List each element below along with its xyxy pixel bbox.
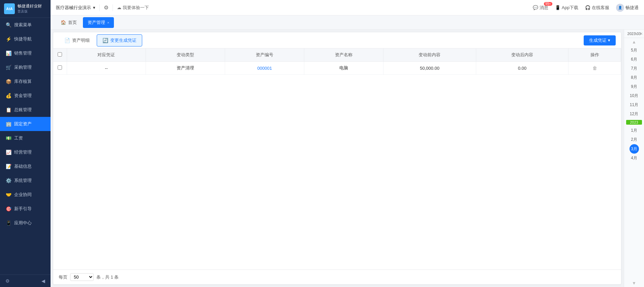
sidebar-item-label-cooperation: 企业协同 <box>14 192 32 198</box>
content: 📄 资产明细 🔄 变更生成凭证 生成凭证 ▾ <box>51 30 644 287</box>
inventory-icon: 📦 <box>5 78 11 85</box>
sidebar-item-funds[interactable]: 💰 资金管理 <box>0 89 51 103</box>
timeline-close-icon[interactable]: × <box>640 31 643 36</box>
sidebar-item-ledger[interactable]: 📋 总账管理 <box>0 103 51 117</box>
sidebar-item-app-center[interactable]: 📱 应用中心 <box>0 216 51 230</box>
timeline-month-8[interactable]: 8月 <box>624 73 644 82</box>
timeline-month-11[interactable]: 11月 <box>624 100 644 109</box>
change-voucher-icon: 🔄 <box>102 38 108 43</box>
delete-button[interactable]: 🗑 <box>592 65 597 71</box>
timeline-month-2[interactable]: 2月 <box>624 135 644 144</box>
settings-icon[interactable]: ⚙ <box>104 4 109 11</box>
timeline-month-12[interactable]: 12月 <box>624 109 644 119</box>
sidebar-item-purchase[interactable]: 🛒 采购管理 <box>0 60 51 74</box>
sidebar-item-guide[interactable]: 🎯 新手引导 <box>0 202 51 216</box>
salary-icon: 💵 <box>5 135 11 141</box>
sidebar-item-label-operations: 经营管理 <box>14 149 32 155</box>
subtab-asset-detail[interactable]: 📄 资产明细 <box>59 34 95 46</box>
timeline-scroll-up[interactable]: ▲ <box>624 38 644 46</box>
tab-home[interactable]: 🏠 首页 <box>56 17 82 28</box>
username: 畅捷通 <box>625 5 639 11</box>
timeline-month-3-current[interactable]: 3月 <box>630 144 639 154</box>
timeline-month-10[interactable]: 10月 <box>624 91 644 100</box>
timeline-month-7[interactable]: 7月 <box>624 64 644 73</box>
timeline-year-2023[interactable]: 2023 <box>626 120 642 125</box>
app-download-icon: 📱 <box>555 5 560 10</box>
app-edition: 普及版 <box>18 9 42 14</box>
subtab-change-voucher[interactable]: 🔄 变更生成凭证 <box>97 34 142 46</box>
timeline-month-6[interactable]: 6月 <box>624 55 644 64</box>
collapse-icon[interactable]: ◀ <box>41 278 45 284</box>
user-menu[interactable]: 👤 畅捷通 <box>616 4 639 12</box>
sidebar-item-label-salary: 工资 <box>14 135 23 141</box>
tabbar: 🏠 首页 资产管理 × <box>51 15 644 30</box>
select-all-header <box>53 49 67 62</box>
sidebar-item-system[interactable]: ⚙️ 系统管理 <box>0 173 51 188</box>
experience-btn[interactable]: ☁ 我要体验一下 <box>117 5 149 11</box>
cell-asset-no[interactable]: 000001 <box>225 62 304 75</box>
basic-info-icon: 📝 <box>5 163 11 169</box>
total-label: 条，共 1 条 <box>96 274 119 280</box>
cell-after: 0.00 <box>476 62 569 75</box>
timeline-month-5[interactable]: 5月 <box>624 46 644 55</box>
tab-home-label: 首页 <box>68 20 77 26</box>
app-center-icon: 📱 <box>5 220 11 226</box>
generate-voucher-label: 生成凭证 <box>589 37 607 43</box>
content-inner: 📄 资产明细 🔄 变更生成凭证 生成凭证 ▾ <box>53 32 621 284</box>
sidebar-item-label-guide: 新手引导 <box>14 206 32 212</box>
col-before: 变动前内容 <box>384 49 476 62</box>
experience-label: 我要体验一下 <box>123 5 149 11</box>
sidebar-item-label-ledger: 总账管理 <box>14 107 32 113</box>
message-icon: 💬 <box>533 5 538 10</box>
sidebar-item-label-search: 搜索菜单 <box>14 22 32 28</box>
company-selector[interactable]: 医疗器械行业演示 ▾ <box>56 5 95 11</box>
sidebar-item-label-fixed-assets: 固定资产 <box>14 121 32 127</box>
experience-icon: ☁ <box>117 5 121 10</box>
sidebar-item-sales[interactable]: 📊 销售管理 <box>0 46 51 60</box>
col-change-type: 变动类型 <box>146 49 225 62</box>
sidebar-item-basic-info[interactable]: 📝 基础信息 <box>0 159 51 173</box>
home-icon: 🏠 <box>61 20 66 25</box>
table-container: 对应凭证 变动类型 资产编号 资产名称 变动前内容 变动后内容 操作 <box>53 49 621 269</box>
cell-action: 🗑 <box>569 62 621 75</box>
timeline-month-4[interactable]: 4月 <box>624 154 644 163</box>
timeline-expand-icon[interactable]: ⤡ <box>634 31 638 36</box>
sidebar-item-label-quicknav: 快捷导航 <box>14 36 32 42</box>
settings-bottom-icon[interactable]: ⚙ <box>5 278 10 284</box>
timeline-scroll-down[interactable]: ▼ <box>624 279 644 287</box>
app-name: 畅捷通好业财 <box>18 4 42 9</box>
sidebar-item-quicknav[interactable]: ⚡ 快捷导航 <box>0 32 51 46</box>
customer-service-icon: 🎧 <box>585 5 590 10</box>
generate-voucher-button[interactable]: 生成凭证 ▾ <box>584 35 616 45</box>
cooperation-icon: 🤝 <box>5 192 11 198</box>
fixed-assets-icon: 🏢 <box>5 121 11 127</box>
row-checkbox[interactable] <box>58 65 62 70</box>
select-all-checkbox[interactable] <box>58 52 62 57</box>
tab-asset-mgmt[interactable]: 资产管理 × <box>83 17 114 28</box>
page-size-label: 每页 <box>59 274 67 280</box>
message-btn[interactable]: 💬 消息 99+ <box>533 5 548 11</box>
sidebar-item-fixed-assets[interactable]: 🏢 固定资产 <box>0 117 51 131</box>
sidebar-item-operations[interactable]: 📈 经营管理 <box>0 145 51 159</box>
sidebar-item-search[interactable]: 🔍 搜索菜单 <box>0 18 51 32</box>
timeline-month-1[interactable]: 1月 <box>624 126 644 135</box>
guide-icon: 🎯 <box>5 206 11 212</box>
col-after: 变动后内容 <box>476 49 569 62</box>
customer-service-label: 在线客服 <box>592 5 609 11</box>
table-header-row: 对应凭证 变动类型 资产编号 资产名称 变动前内容 变动后内容 操作 <box>53 49 621 62</box>
sidebar-item-cooperation[interactable]: 🤝 企业协同 <box>0 188 51 202</box>
sidebar-item-salary[interactable]: 💵 工资 <box>0 131 51 145</box>
sidebar-item-label-app-center: 应用中心 <box>14 220 32 226</box>
subtab-bar: 📄 资产明细 🔄 变更生成凭证 生成凭证 ▾ <box>53 32 621 49</box>
data-table: 对应凭证 变动类型 资产编号 资产名称 变动前内容 变动后内容 操作 <box>53 49 621 75</box>
tab-close-icon[interactable]: × <box>107 21 109 25</box>
page-size-select[interactable]: 20 50 100 <box>70 273 94 281</box>
timeline-month-9[interactable]: 9月 <box>624 82 644 91</box>
search-icon: 🔍 <box>5 22 11 28</box>
sidebar-item-inventory[interactable]: 📦 库存核算 <box>0 74 51 89</box>
topbar-divider2 <box>113 4 113 11</box>
customer-service-btn[interactable]: 🎧 在线客服 <box>585 5 609 11</box>
funds-icon: 💰 <box>5 93 11 99</box>
app-download-btn[interactable]: 📱 App下载 <box>555 5 578 11</box>
app-download-label: App下载 <box>562 5 578 11</box>
